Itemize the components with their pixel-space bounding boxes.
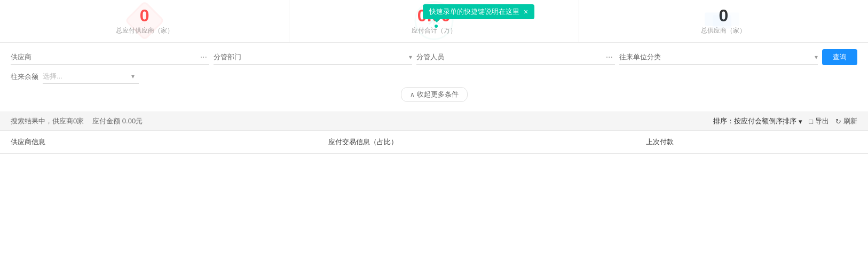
export-label: 导出 — [815, 116, 829, 126]
collapse-button[interactable]: ∧ 收起更多条件 — [401, 87, 468, 102]
supplier-dots[interactable]: ··· — [198, 52, 209, 62]
sort-select[interactable]: 排序：按应付会额倒序排序 ▾ — [713, 116, 802, 126]
filter-bar: 供应商 ··· 分管部门 ▾ 分管人员 ··· 往来单位分类 ▾ 查询 往来余额… — [0, 43, 868, 112]
stat-total-suppliers-label: 总供应商（家） — [701, 26, 746, 35]
filter-row-1: 供应商 ··· 分管部门 ▾ 分管人员 ··· 往来单位分类 ▾ 查询 — [11, 49, 857, 65]
refresh-button[interactable]: ↻ 刷新 — [835, 116, 857, 126]
results-right: 排序：按应付会额倒序排序 ▾ □ 导出 ↻ 刷新 — [713, 116, 857, 126]
unit-class-label: 往来单位分类 — [619, 52, 661, 62]
export-button[interactable]: □ 导出 — [809, 116, 829, 126]
refresh-icon: ↻ — [835, 117, 841, 125]
stat-payable-suppliers-label: 总应付供应商（家） — [116, 26, 173, 35]
manager-label: 分管人员 — [416, 52, 444, 62]
tooltip-bubble: 快速录单的快捷键说明在这里 × — [423, 4, 534, 19]
results-left: 搜索结果中，供应商0家 应付金额 0.00元 — [11, 116, 143, 126]
tooltip-dot — [433, 23, 439, 29]
balance-label: 往来余额 — [11, 72, 38, 82]
stat-total-suppliers-number: 0 — [719, 7, 728, 24]
department-arrow: ▾ — [409, 53, 412, 61]
balance-select[interactable]: 选择... ▾ — [43, 69, 139, 84]
department-filter[interactable]: 分管部门 ▾ — [214, 50, 412, 65]
col-lastpay-header: 上次付款 — [646, 137, 858, 147]
stat-total-suppliers: 0 总供应商（家） — [579, 0, 868, 42]
col-supplier-header: 供应商信息 — [11, 137, 328, 147]
table-body — [0, 154, 868, 275]
balance-placeholder: 选择... — [43, 72, 129, 81]
export-icon: □ — [809, 117, 813, 125]
collapse-icon: ∧ — [410, 91, 415, 98]
balance-arrow: ▾ — [131, 73, 135, 80]
department-label: 分管部门 — [214, 52, 241, 62]
tooltip-close-button[interactable]: × — [524, 8, 528, 15]
supplier-label: 供应商 — [11, 52, 31, 62]
stat-total-payable-suppliers: 米 0 总应付供应商（家） — [0, 0, 289, 42]
refresh-label: 刷新 — [843, 116, 857, 126]
supplier-filter[interactable]: 供应商 ··· — [11, 50, 209, 65]
stat-payable-total: 快速录单的快捷键说明在这里 × 米 0.00 应付合计（万） — [289, 0, 579, 42]
manager-input[interactable] — [448, 53, 604, 61]
collapse-label: 收起更多条件 — [417, 90, 459, 99]
tooltip-text: 快速录单的快捷键说明在这里 — [429, 7, 519, 17]
query-button[interactable]: 查询 — [822, 49, 857, 65]
stats-bar: 米 0 总应付供应商（家） 快速录单的快捷键说明在这里 × 米 0.00 应付合… — [0, 0, 868, 43]
filter-row-2: 往来余额 选择... ▾ — [11, 69, 857, 84]
manager-dots[interactable]: ··· — [604, 52, 615, 62]
supplier-count-label: 搜索结果中，供应商0家 — [11, 116, 84, 126]
results-bar: 搜索结果中，供应商0家 应付金额 0.00元 排序：按应付会额倒序排序 ▾ □ … — [0, 112, 868, 131]
table-header: 供应商信息 应付交易信息（占比） 上次付款 — [0, 131, 868, 154]
sort-label: 排序：按应付会额倒序排序 — [713, 116, 796, 126]
col-payable-header: 应付交易信息（占比） — [328, 137, 646, 147]
stat-payable-suppliers-number: 0 — [140, 7, 149, 24]
supplier-input[interactable] — [36, 53, 198, 61]
unit-class-filter[interactable]: 往来单位分类 ▾ — [619, 50, 818, 65]
manager-filter[interactable]: 分管人员 ··· — [416, 50, 615, 65]
amount-label: 应付金额 0.00元 — [92, 116, 143, 126]
unit-class-arrow: ▾ — [815, 53, 818, 61]
collapse-container: ∧ 收起更多条件 — [11, 84, 857, 107]
sort-arrow: ▾ — [799, 117, 802, 125]
